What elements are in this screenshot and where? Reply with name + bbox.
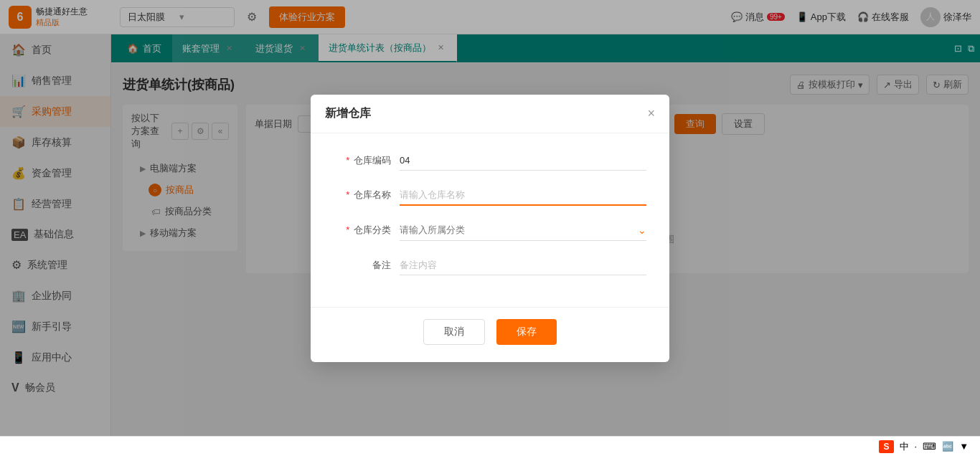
status-logo: S bbox=[879, 440, 893, 453]
status-zh-icon: 中 bbox=[900, 440, 909, 453]
status-dot-icon: · bbox=[915, 441, 918, 452]
note-input[interactable] bbox=[400, 255, 646, 275]
form-row-note: 备注 bbox=[334, 255, 646, 275]
name-label: * 仓库名称 bbox=[334, 189, 391, 201]
modal-overlay: 新增仓库 × * 仓库编码 * 仓库名称 bbox=[0, 0, 980, 456]
cancel-btn[interactable]: 取消 bbox=[423, 319, 485, 345]
form-row-category: * 仓库分类 ⌄ bbox=[334, 220, 646, 241]
form-row-code: * 仓库编码 bbox=[334, 151, 646, 171]
save-btn[interactable]: 保存 bbox=[496, 319, 557, 345]
status-lang-icon: 🔤 bbox=[942, 441, 953, 452]
status-keyboard-icon: ⌨ bbox=[923, 441, 936, 452]
category-input[interactable] bbox=[400, 224, 638, 235]
modal-footer: 取消 保存 bbox=[311, 307, 669, 362]
new-warehouse-modal: 新增仓库 × * 仓库编码 * 仓库名称 bbox=[311, 95, 669, 362]
modal-title: 新增仓库 bbox=[325, 106, 371, 121]
note-label: 备注 bbox=[334, 259, 391, 272]
status-arrow-icon: ▼ bbox=[959, 441, 969, 452]
status-bar: S 中 · ⌨ 🔤 ▼ bbox=[0, 436, 980, 456]
modal-header: 新增仓库 × bbox=[311, 95, 669, 133]
modal-close-btn[interactable]: × bbox=[647, 107, 655, 120]
modal-body: * 仓库编码 * 仓库名称 * 仓库分类 bbox=[311, 133, 669, 307]
category-label: * 仓库分类 bbox=[334, 224, 391, 237]
category-select[interactable]: ⌄ bbox=[400, 220, 646, 241]
code-label: * 仓库编码 bbox=[334, 154, 391, 167]
code-input[interactable] bbox=[400, 151, 646, 171]
form-row-name: * 仓库名称 bbox=[334, 185, 646, 206]
name-input[interactable] bbox=[400, 185, 646, 206]
category-dropdown-arrow: ⌄ bbox=[638, 224, 646, 236]
